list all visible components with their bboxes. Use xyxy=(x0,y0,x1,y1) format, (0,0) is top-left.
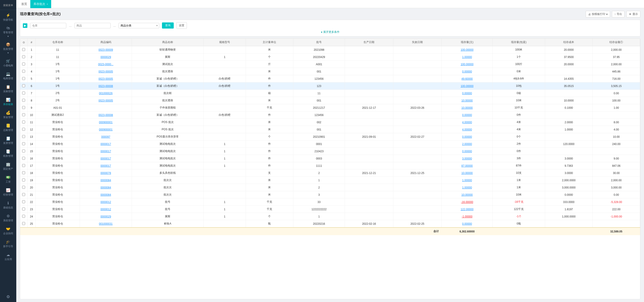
filter-expand-button[interactable]: ▶ xyxy=(23,23,27,28)
row-code[interactable]: 0000017 xyxy=(80,155,132,162)
sidebar-item-assets[interactable]: 🏢 固定资产 xyxy=(0,160,16,173)
row-code[interactable]: 0000029 xyxy=(80,213,132,220)
row-checkbox[interactable] xyxy=(20,133,27,140)
row-checkbox[interactable] xyxy=(20,177,27,184)
row-checkbox[interactable] xyxy=(20,54,27,61)
sidebar-item-finance[interactable]: 💰 资金管理 xyxy=(0,108,16,121)
row-code[interactable]: 0023-00008 xyxy=(80,82,132,90)
row-checkbox[interactable] xyxy=(20,170,27,177)
row-checkbox[interactable] xyxy=(20,97,27,104)
row-code[interactable]: 000900001 xyxy=(80,119,132,126)
row-checkbox[interactable] xyxy=(20,90,27,97)
row-code[interactable]: 0023-00005 xyxy=(80,75,132,82)
row-code[interactable] xyxy=(80,104,132,111)
row-qty-main[interactable]: -1.00000 xyxy=(442,213,493,220)
row-code[interactable]: 000097 xyxy=(80,133,132,140)
row-qty-main[interactable]: 10.00000 xyxy=(442,170,493,177)
row-qty-main[interactable]: 49.60000 xyxy=(442,75,493,82)
row-checkbox[interactable] xyxy=(20,111,27,119)
row-qty-main[interactable]: 0.00000 xyxy=(442,220,493,228)
row-code[interactable]: 0000017 xyxy=(80,162,132,170)
row-checkbox[interactable] xyxy=(20,82,27,90)
row-qty-main[interactable]: 3.00000 xyxy=(442,155,493,162)
sidebar-item-invoice[interactable]: 🧾 发票管理 xyxy=(0,134,16,147)
filter-dots-1[interactable]: ... xyxy=(69,24,72,27)
sidebar-item-ledger[interactable]: 📒 总账管理 xyxy=(0,121,16,134)
row-checkbox[interactable] xyxy=(20,191,27,199)
row-checkbox[interactable] xyxy=(20,126,27,133)
row-checkbox[interactable] xyxy=(20,68,27,75)
row-qty-main[interactable]: -16.00000 xyxy=(442,199,493,206)
sidebar-item-guide[interactable]: 🎓 新手引导 xyxy=(0,237,16,250)
sidebar-item-system[interactable]: ⚙ 系统管理 xyxy=(0,212,16,225)
row-qty-main[interactable]: 122.00000 xyxy=(442,206,493,213)
row-checkbox[interactable] xyxy=(20,75,27,82)
row-qty-main[interactable]: 4.00000 xyxy=(442,119,493,126)
sidebar-item-basic-info[interactable]: ℹ 基础信息 xyxy=(0,199,16,212)
row-code[interactable]: 0000029 xyxy=(80,54,132,61)
row-qty-main[interactable]: 1.00000 xyxy=(442,184,493,191)
row-qty-main[interactable]: 10.00000 xyxy=(442,97,493,104)
row-checkbox[interactable] xyxy=(20,199,27,206)
row-qty-main[interactable]: 0.00000 xyxy=(442,148,493,155)
row-code[interactable]: 001000031 xyxy=(80,220,132,228)
row-checkbox[interactable] xyxy=(20,220,27,228)
sidebar-item-ecommerce[interactable]: 💻 电商管理 xyxy=(0,70,16,82)
row-qty-main[interactable]: 100.00000 xyxy=(442,61,493,68)
print-button[interactable]: 🖨 按模板打印 ▾ xyxy=(586,11,610,18)
query-button[interactable]: 查询 xyxy=(162,23,174,29)
row-qty-main[interactable]: 4.00000 xyxy=(442,126,493,133)
row-checkbox[interactable] xyxy=(20,155,27,162)
sidebar-item-cloud[interactable]: ☁ 云应用 xyxy=(0,250,16,263)
filter-dots-2[interactable]: ... xyxy=(113,24,116,27)
tab-inventory-batch[interactable]: 库存批次 × xyxy=(30,0,51,8)
row-qty-main[interactable]: 10.00000 xyxy=(442,104,493,111)
row-code[interactable]: 0000078 xyxy=(80,170,132,177)
row-code[interactable]: 0023-0000... xyxy=(80,61,132,68)
row-checkbox[interactable] xyxy=(20,213,27,220)
row-qty-main[interactable]: 1.00000 xyxy=(442,54,493,61)
row-code[interactable]: 0023-00008 xyxy=(80,111,132,119)
row-code[interactable]: 0000084 xyxy=(80,184,132,191)
row-checkbox[interactable] xyxy=(20,61,27,68)
row-code[interactable]: 0023-00009 xyxy=(80,46,132,54)
sidebar-item-xiaolu[interactable]: 🛒 小鹿电商 xyxy=(0,57,16,70)
row-code[interactable]: 0023-00005 xyxy=(80,68,132,75)
sidebar-item-wholesale[interactable]: 📦 批发管理 ▾ xyxy=(0,40,16,57)
sidebar-item-payroll[interactable]: 💵 工资 xyxy=(0,173,16,186)
row-checkbox[interactable] xyxy=(20,162,27,170)
sidebar-item-collab[interactable]: 🤝 企业协同 xyxy=(0,225,16,237)
row-checkbox[interactable] xyxy=(20,148,27,155)
expand-more-conditions[interactable]: ▾ 展开更多条件 xyxy=(23,30,638,34)
row-code[interactable]: 0000012 xyxy=(80,199,132,206)
row-qty-main[interactable]: 0.00000 xyxy=(442,111,493,119)
row-checkbox[interactable] xyxy=(20,184,27,191)
row-checkbox[interactable] xyxy=(20,119,27,126)
row-qty-main[interactable]: 1.00000 xyxy=(442,177,493,184)
row-checkbox[interactable] xyxy=(20,140,27,148)
row-code[interactable]: 0023-00005 xyxy=(80,97,132,104)
sidebar-item-quick-nav[interactable]: ⚡ 快捷导航 xyxy=(0,11,16,24)
row-qty-main[interactable]: 10.00000 xyxy=(442,191,493,199)
row-code[interactable]: 0000084 xyxy=(80,177,132,184)
row-code[interactable]: 0000084 xyxy=(80,191,132,199)
row-code[interactable]: 001000026 xyxy=(80,90,132,97)
product-input[interactable] xyxy=(74,23,110,28)
row-checkbox[interactable] xyxy=(20,206,27,213)
row-code[interactable]: 000900001 xyxy=(80,126,132,133)
row-code[interactable]: 0000012 xyxy=(80,206,132,213)
tab-home[interactable]: 首页 xyxy=(18,2,30,6)
row-qty-main[interactable]: 0.00000 xyxy=(442,133,493,140)
sidebar-item-retail[interactable]: 🛍 零售管理 ▾ xyxy=(0,24,16,40)
row-qty-main[interactable]: 100.00000 xyxy=(442,46,493,54)
tab-close-icon[interactable]: × xyxy=(46,0,48,8)
sidebar-item-operations[interactable]: 📈 经营管理 xyxy=(0,186,16,199)
filter-settings-button[interactable]: 设置 xyxy=(176,22,187,29)
row-code[interactable]: 0000017 xyxy=(80,140,132,148)
sidebar-gear-icon[interactable]: ⚙ xyxy=(0,291,16,302)
row-code[interactable]: 0000017 xyxy=(80,148,132,155)
show-button[interactable]: 👁 显示 xyxy=(626,11,640,18)
row-checkbox[interactable] xyxy=(20,46,27,54)
warehouse-input[interactable] xyxy=(30,23,66,28)
sidebar-item-purchase[interactable]: 📋 采购管理 xyxy=(0,82,16,95)
